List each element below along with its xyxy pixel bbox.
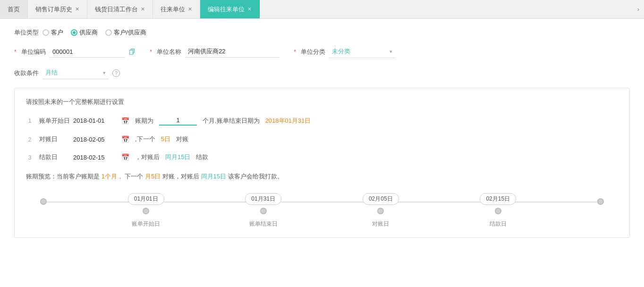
timeline-node-2: 01月31日 账单结束日 xyxy=(245,193,281,228)
radio-both-label: 客户/供应商 xyxy=(114,28,146,37)
unit-type-row: 单位类型 客户 供应商 客户/供应商 xyxy=(14,28,630,37)
timeline-pill-2: 01月31日 xyxy=(245,193,281,205)
timeline-dot-4 xyxy=(495,208,501,214)
tab-edit-partner-label: 编辑往来单位 xyxy=(208,5,245,14)
timeline-right-cap xyxy=(597,198,604,205)
step-suffix-2-post: 对账 xyxy=(176,135,188,144)
timeline-label-4: 结款日 xyxy=(490,220,507,228)
unit-code-star: * xyxy=(14,48,17,55)
radio-supplier[interactable]: 供应商 xyxy=(71,28,98,37)
step-period-end-date: 2018年01月31日 xyxy=(265,117,311,125)
unit-info-row: * 单位编码 🗍 * 单位名称 * 单位分类 未分类 ▾ xyxy=(14,45,630,58)
unit-code-group: * 单位编码 🗍 xyxy=(14,46,136,58)
unit-code-calendar-icon[interactable]: 🗍 xyxy=(129,48,136,56)
timeline-pill-3: 02月05日 xyxy=(363,193,399,205)
unit-category-label: 单位分类 xyxy=(301,48,325,56)
tab-home[interactable]: 首页 xyxy=(0,0,28,18)
unit-type-radio-group: 客户 供应商 客户/供应商 xyxy=(42,28,146,37)
tab-cash-work[interactable]: 钱货日清工作台 ✕ xyxy=(87,0,153,18)
step-calendar-icon-1[interactable]: 📅 xyxy=(121,117,129,125)
summary-prefix: 账期预览：当前客户账期是 xyxy=(26,173,100,180)
tab-partner-unit-label: 往来单位 xyxy=(161,5,185,14)
step-num-3: 3 xyxy=(26,154,34,161)
step-row-2: 2 对账日 2018-02-05 📅 ,下一个 5日 对账 xyxy=(26,135,618,144)
step-suffix-3-pre: ，对账后 xyxy=(135,153,160,161)
step-date-2: 2018-02-05 xyxy=(73,136,116,143)
step-date-1: 2018-01-01 xyxy=(73,117,116,124)
timeline-section: 01月01日 账单开始日 01月31日 账单结束日 02月05日 对账日 xyxy=(26,193,618,228)
payment-terms-select[interactable]: 月结 ▾ xyxy=(42,67,109,79)
unit-category-value: 未分类 xyxy=(332,47,388,56)
timeline-label-2: 账单结束日 xyxy=(249,220,278,228)
unit-type-group: 单位类型 客户 供应商 客户/供应商 xyxy=(14,28,146,37)
step-period-suffix: 个月,账单结束日期为 xyxy=(203,117,260,125)
radio-customer[interactable]: 客户 xyxy=(42,28,63,37)
main-content: 单位类型 客户 供应商 客户/供应商 * 单位编码 xyxy=(0,19,644,287)
unit-name-input[interactable] xyxy=(185,46,280,58)
timeline-node-4: 02月15日 结款日 xyxy=(480,193,516,228)
unit-name-star: * xyxy=(150,48,152,55)
step-num-1: 1 xyxy=(26,117,34,124)
payment-terms-value: 月结 xyxy=(45,68,101,77)
tab-expand-button[interactable]: › xyxy=(633,0,644,18)
timeline-label-3: 对账日 xyxy=(372,220,389,228)
radio-supplier-circle xyxy=(71,29,77,36)
close-tab-cash-work[interactable]: ✕ xyxy=(141,7,145,12)
timeline-dot-1 xyxy=(143,208,149,214)
tab-sales-history-label: 销售订单历史 xyxy=(35,5,72,14)
step-suffix-2-pre: ,下一个 xyxy=(135,135,155,144)
tab-edit-partner[interactable]: 编辑往来单位 ✕ xyxy=(200,0,260,18)
chevron-down-icon: ▾ xyxy=(390,49,392,55)
payment-terms-row: 收款条件 月结 ▾ ? xyxy=(14,67,630,79)
unit-code-input[interactable] xyxy=(50,46,125,58)
close-tab-sales-history[interactable]: ✕ xyxy=(75,7,79,12)
radio-both[interactable]: 客户/供应商 xyxy=(105,28,146,37)
payment-settings-panel: 请按照未来的一个完整帐期进行设置 1 账单开始日 2018-01-01 📅 账期… xyxy=(14,88,630,238)
step-period-label: 账期为 xyxy=(135,117,153,125)
unit-category-group: * 单位分类 未分类 ▾ xyxy=(294,45,395,58)
unit-code-label: 单位编码 xyxy=(21,48,46,56)
summary-reconcile: 月5日 xyxy=(145,173,161,180)
timeline-left-cap xyxy=(40,198,47,205)
radio-customer-circle xyxy=(42,29,49,36)
summary-suffix: 该客户会给我打款。 xyxy=(228,173,283,180)
timeline-label-1: 账单开始日 xyxy=(132,220,160,228)
help-icon[interactable]: ? xyxy=(112,69,120,77)
tab-partner-unit[interactable]: 往来单位 ✕ xyxy=(153,0,200,18)
radio-both-circle xyxy=(105,29,112,36)
unit-name-group: * 单位名称 xyxy=(150,46,280,58)
unit-type-label: 单位类型 xyxy=(14,28,39,37)
unit-name-label: 单位名称 xyxy=(157,48,181,56)
step-suffix-3-highlight: 同月15日 xyxy=(165,153,190,161)
timeline-pill-1: 01月01日 xyxy=(128,193,164,205)
step-suffix-3-post: 结款 xyxy=(196,153,208,161)
tab-home-label: 首页 xyxy=(8,5,20,14)
unit-category-select[interactable]: 未分类 ▾ xyxy=(329,45,395,58)
step-date-3: 2018-02-15 xyxy=(73,154,116,161)
step-suffix-2-highlight: 5日 xyxy=(161,135,170,144)
payment-terms-label: 收款条件 xyxy=(14,69,39,77)
timeline-dot-3 xyxy=(377,208,384,214)
close-tab-partner-unit[interactable]: ✕ xyxy=(188,7,192,12)
summary-reconcile-pre: 下一个 xyxy=(125,173,143,180)
step-calendar-icon-3[interactable]: 📅 xyxy=(121,153,129,161)
tab-bar: 首页 销售订单历史 ✕ 钱货日清工作台 ✕ 往来单位 ✕ 编辑往来单位 ✕ › xyxy=(0,0,644,19)
summary-period: 1个月， xyxy=(102,173,123,180)
step-num-2: 2 xyxy=(26,136,34,143)
step-row-1: 1 账单开始日 2018-01-01 📅 账期为 个月,账单结束日期为 2018… xyxy=(26,116,618,126)
summary-payment: 同月15日 xyxy=(201,173,226,180)
unit-category-star: * xyxy=(294,48,296,55)
tab-cash-work-label: 钱货日清工作台 xyxy=(95,5,138,14)
timeline-node-3: 02月05日 对账日 xyxy=(363,193,399,228)
payment-terms-group: 收款条件 月结 ▾ ? xyxy=(14,67,120,79)
tab-sales-history[interactable]: 销售订单历史 ✕ xyxy=(28,0,87,18)
timeline-nodes: 01月01日 账单开始日 01月31日 账单结束日 02月05日 对账日 xyxy=(40,193,604,228)
summary-reconcile-post: 对账，对账后 xyxy=(162,173,199,180)
close-tab-edit-partner[interactable]: ✕ xyxy=(247,7,252,12)
timeline-node-1: 01月01日 账单开始日 xyxy=(128,193,164,228)
period-value-input[interactable] xyxy=(159,116,197,126)
step-row-3: 3 结款日 2018-02-15 📅 ，对账后 同月15日 结款 xyxy=(26,153,618,161)
step-calendar-icon-2[interactable]: 📅 xyxy=(121,135,129,143)
timeline-dot-2 xyxy=(260,208,267,214)
step-label-3: 结款日 xyxy=(39,153,68,161)
